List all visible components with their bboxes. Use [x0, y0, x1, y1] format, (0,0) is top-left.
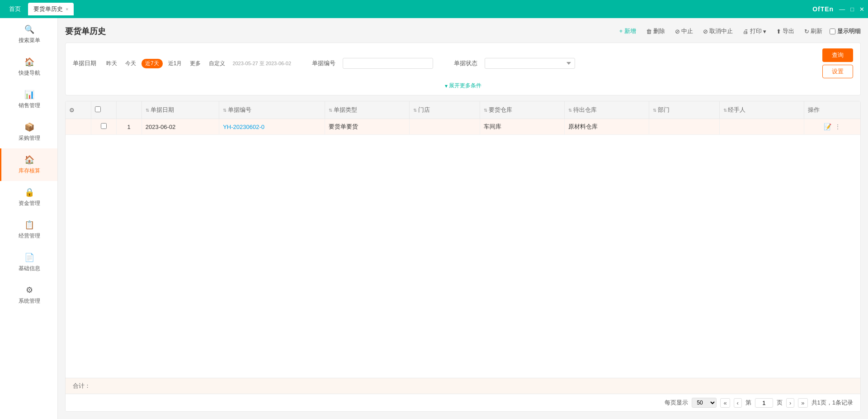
row-doc-no[interactable]: YH-20230602-0: [219, 119, 325, 135]
col-header-handler[interactable]: ⇅ 经手人: [719, 101, 804, 119]
col-header-check[interactable]: [91, 101, 116, 119]
print-icon: 🖨: [743, 28, 749, 35]
row-check[interactable]: [91, 119, 116, 135]
row-date: 2023-06-02: [142, 119, 219, 135]
row-num: 1: [116, 119, 142, 135]
new-button[interactable]: + 新增: [617, 25, 639, 37]
date-option-today[interactable]: 今天: [123, 59, 139, 68]
sidebar-item-quick-nav[interactable]: 🏠 快捷导航: [0, 51, 57, 83]
quick-nav-icon: 🏠: [24, 57, 34, 67]
status-select[interactable]: [485, 58, 575, 69]
page-label-before: 第: [745, 399, 751, 407]
data-table: ⚙ ⇅ 单据日期 ⇅ 单据编号: [66, 101, 860, 135]
expand-more-button[interactable]: ▾ 展开更多条件: [73, 82, 853, 90]
col-header-req-warehouse[interactable]: ⇅ 要货仓库: [480, 101, 564, 119]
export-button[interactable]: ⬆ 导出: [774, 25, 797, 37]
first-page-button[interactable]: «: [720, 398, 730, 408]
date-option-yesterday[interactable]: 昨天: [104, 59, 120, 68]
col-header-dept[interactable]: ⇅ 部门: [649, 101, 719, 119]
sidebar-item-finance[interactable]: 🔒 资金管理: [0, 181, 57, 214]
status-select-wrapper: [485, 58, 575, 69]
col-header-date[interactable]: ⇅ 单据日期: [142, 101, 219, 119]
show-detail-checkbox-label[interactable]: 显示明细: [830, 27, 861, 35]
page-title: 要货单历史: [65, 26, 617, 37]
refresh-button[interactable]: ↻ 刷新: [802, 25, 825, 37]
row-settings: [66, 119, 91, 135]
filter-actions: 查询 设置: [822, 48, 853, 78]
table-row: 1 2023-06-02 YH-20230602-0 要货单要货 车间库 原材料…: [66, 119, 860, 135]
col-header-store[interactable]: ⇅ 门店: [409, 101, 480, 119]
show-detail-label: 显示明细: [837, 27, 861, 35]
prev-page-button[interactable]: ‹: [734, 398, 742, 408]
table-body: 1 2023-06-02 YH-20230602-0 要货单要货 车间库 原材料…: [66, 119, 860, 135]
filter-row: 单据日期 昨天 今天 近7天 近1月 更多 自定义 2023-05-27 至 2…: [73, 48, 853, 78]
print-button[interactable]: 🖨 打印 ▾: [740, 25, 769, 37]
show-detail-checkbox[interactable]: [830, 29, 835, 34]
date-option-more[interactable]: 更多: [187, 59, 203, 68]
sidebar-item-operations[interactable]: 📋 经营管理: [0, 214, 57, 246]
row-wait-warehouse: 原材料仓库: [564, 119, 649, 135]
home-tab-label: 首页: [9, 5, 21, 13]
row-more-icon[interactable]: ⋮: [834, 122, 842, 131]
sidebar-item-purchase-mgmt[interactable]: 📦 采购管理: [0, 116, 57, 148]
date-range-text: 2023-05-27 至 2023-06-02: [232, 60, 291, 67]
total-info: 共1页，1条记录: [811, 399, 853, 407]
sidebar-item-label-system: 系统管理: [19, 297, 40, 305]
row-actions: 📝 ⋮: [804, 119, 860, 135]
doc-no-label: 单据编号: [312, 59, 335, 67]
date-option-7days[interactable]: 近7天: [142, 59, 163, 68]
tab-close-icon[interactable]: ×: [66, 6, 68, 12]
summary-bar: 合计：: [66, 378, 860, 394]
col-header-doc-no[interactable]: ⇅ 单据编号: [219, 101, 325, 119]
row-edit-icon[interactable]: 📝: [823, 122, 832, 131]
maximize-icon[interactable]: □: [850, 6, 854, 13]
finance-icon: 🔒: [24, 187, 34, 197]
sort-icon-waitwh: ⇅: [568, 108, 573, 113]
print-dropdown-icon: ▾: [763, 28, 766, 35]
sidebar-item-label-operations: 经营管理: [19, 232, 40, 240]
cancel-stop-button[interactable]: ⊘ 取消中止: [700, 25, 736, 37]
row-doc-type: 要货单要货: [325, 119, 409, 135]
tab-requisition-history[interactable]: 要货单历史 ×: [28, 3, 74, 15]
sidebar-item-system-mgmt[interactable]: ⚙ 系统管理: [0, 279, 57, 311]
sidebar-item-search-menu[interactable]: 🔍 搜索菜单: [0, 18, 57, 51]
per-page-select[interactable]: 50 100 200: [692, 398, 717, 408]
sidebar-item-inventory[interactable]: 🏠 库存核算: [0, 148, 57, 181]
row-checkbox[interactable]: [101, 123, 107, 129]
filter-settings-button[interactable]: 设置: [822, 65, 853, 78]
sidebar-item-sales-mgmt[interactable]: 📊 销售管理: [0, 83, 57, 116]
row-handler: [719, 119, 804, 135]
sidebar-item-label-quick-nav: 快捷导航: [19, 69, 40, 77]
delete-button[interactable]: 🗑 删除: [643, 25, 668, 37]
doc-no-link[interactable]: YH-20230602-0: [223, 124, 264, 130]
delete-icon: 🗑: [646, 28, 652, 35]
next-page-button[interactable]: ›: [786, 398, 794, 408]
date-option-1month[interactable]: 近1月: [165, 59, 185, 68]
expand-more-label: 展开更多条件: [449, 82, 481, 90]
date-label: 单据日期: [73, 59, 96, 67]
sort-icon-docno: ⇅: [223, 108, 228, 113]
col-header-actions: 操作: [804, 101, 860, 119]
stop-button[interactable]: ⊘ 中止: [672, 25, 696, 37]
last-page-button[interactable]: »: [798, 398, 807, 408]
minimize-icon[interactable]: —: [839, 6, 845, 13]
tab-home[interactable]: 首页: [4, 3, 26, 15]
sidebar-item-basic-info[interactable]: 📄 基础信息: [0, 246, 57, 279]
operations-icon: 📋: [24, 220, 34, 230]
table-scroll-container[interactable]: ⚙ ⇅ 单据日期 ⇅ 单据编号: [66, 101, 860, 378]
stop-icon: ⊘: [675, 28, 680, 35]
refresh-icon: ↻: [804, 28, 809, 35]
page-label-after: 页: [777, 399, 783, 407]
doc-no-input[interactable]: [343, 58, 433, 69]
sidebar-item-label-search-menu: 搜索菜单: [19, 37, 40, 44]
page-number-input[interactable]: [755, 398, 773, 408]
select-all-checkbox[interactable]: [95, 106, 101, 112]
col-header-wait-warehouse[interactable]: ⇅ 待出仓库: [564, 101, 649, 119]
col-header-doc-type[interactable]: ⇅ 单据类型: [325, 101, 409, 119]
window-close-icon[interactable]: ✕: [859, 6, 864, 13]
settings-gear-icon[interactable]: ⚙: [69, 107, 75, 114]
date-option-custom[interactable]: 自定义: [206, 59, 228, 68]
system-icon: ⚙: [26, 285, 33, 295]
col-header-settings[interactable]: ⚙: [66, 101, 91, 119]
query-button[interactable]: 查询: [822, 48, 853, 62]
